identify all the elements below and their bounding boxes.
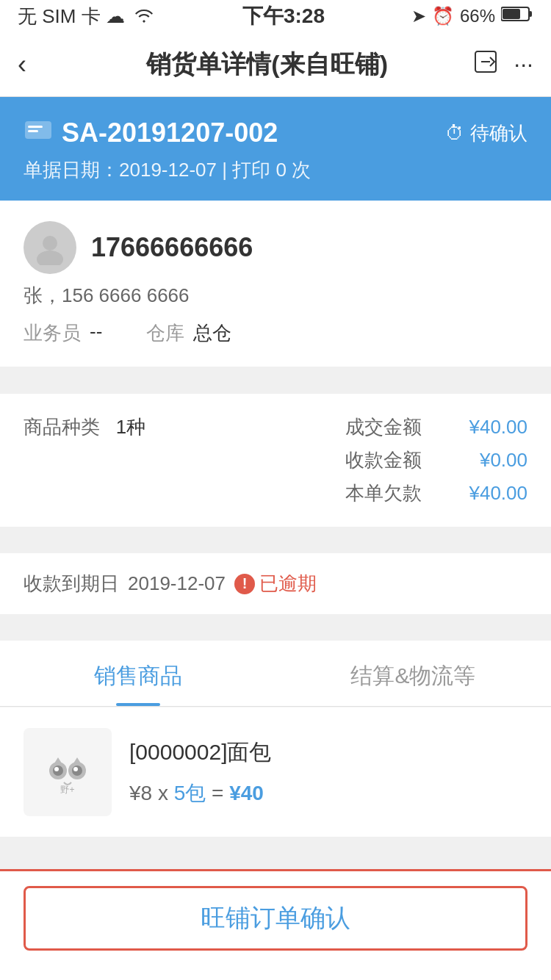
- product-info: [0000002]面包 ¥8 x 5包 = ¥40: [129, 738, 527, 807]
- svg-rect-5: [28, 126, 43, 128]
- received-label: 收款金额: [345, 447, 422, 473]
- status-left: 无 SIM 卡 ☁: [18, 4, 156, 29]
- nav-bar: ‹ 销货单详情(来自旺铺) ···: [0, 32, 551, 97]
- amounts-right: 成交金额 ¥40.00 收款金额 ¥0.00 本单欠款 ¥40.00: [345, 414, 527, 506]
- product-item: 野+ [0000002]面包 ¥8 x 5包 = ¥40: [0, 707, 551, 837]
- clock-icon: ⏱: [445, 122, 464, 145]
- location-icon: ➤: [411, 6, 426, 26]
- svg-point-13: [54, 767, 59, 771]
- share-button[interactable]: [472, 48, 499, 81]
- customer-name: 张，156 6666 6666: [24, 283, 527, 309]
- tab-sales-products[interactable]: 销售商品: [0, 641, 276, 706]
- order-id: SA-20191207-002: [24, 118, 278, 148]
- debt-value: ¥40.00: [439, 482, 527, 505]
- product-total: ¥40: [229, 782, 264, 804]
- due-date-value: 2019-12-07: [128, 572, 226, 595]
- more-button[interactable]: ···: [514, 51, 533, 78]
- product-name: [0000002]面包: [129, 738, 527, 768]
- price-base: ¥8 x: [129, 782, 168, 804]
- confirm-button-area: 旺铺订单确认: [0, 869, 551, 980]
- category-value: 1种: [116, 416, 145, 438]
- received-value: ¥0.00: [439, 449, 527, 472]
- svg-point-14: [73, 767, 78, 771]
- status-right: ➤ ⏰ 66%: [411, 6, 533, 26]
- order-date: 单据日期：2019-12-07 | 打印 0 次: [24, 157, 527, 183]
- no-sim-text: 无 SIM 卡 ☁: [18, 4, 125, 29]
- customer-phone: 17666666666: [91, 232, 253, 263]
- svg-rect-2: [503, 9, 520, 19]
- back-button[interactable]: ‹: [18, 49, 62, 80]
- avatar: [24, 221, 76, 274]
- alarm-icon: ⏰: [432, 6, 454, 26]
- battery-icon: [501, 6, 533, 26]
- warehouse-value: 总仓: [193, 320, 231, 346]
- status-bar: 无 SIM 卡 ☁ 下午3:28 ➤ ⏰ 66%: [0, 0, 551, 32]
- product-price: ¥8 x 5包 = ¥40: [129, 779, 527, 807]
- nav-actions: ···: [472, 48, 533, 81]
- overdue-text: 已逾期: [259, 571, 317, 597]
- overdue-badge: ! 已逾期: [234, 571, 317, 597]
- category-label: 商品种类: [24, 416, 100, 438]
- due-date-label: 收款到期日: [24, 571, 119, 597]
- transaction-value: ¥40.00: [439, 416, 527, 439]
- svg-point-8: [37, 251, 63, 265]
- salesperson-value: --: [90, 320, 102, 346]
- svg-rect-4: [25, 121, 51, 139]
- svg-rect-1: [529, 11, 532, 17]
- svg-point-7: [43, 236, 57, 251]
- svg-rect-6: [28, 130, 38, 132]
- order-header: SA-20191207-002 ⏱ 待确认 单据日期：2019-12-07 | …: [0, 97, 551, 201]
- page-title: 销货单详情(来自旺铺): [62, 48, 472, 82]
- tab-settlement[interactable]: 结算&物流等: [276, 641, 551, 706]
- customer-meta: 业务员 -- 仓库 总仓: [24, 320, 527, 346]
- order-icon: [24, 118, 53, 148]
- wifi-icon: [132, 5, 156, 28]
- order-status: ⏱ 待确认: [445, 120, 527, 146]
- transaction-label: 成交金额: [345, 414, 422, 440]
- confirm-button[interactable]: 旺铺订单确认: [24, 886, 527, 951]
- overdue-dot-icon: !: [234, 574, 255, 594]
- due-date-section: 收款到期日 2019-12-07 ! 已逾期: [0, 553, 551, 614]
- tabs-row: 销售商品 结算&物流等: [0, 641, 551, 707]
- amounts-section: 商品种类 1种 成交金额 ¥40.00 收款金额 ¥0.00 本单欠款 ¥40.…: [0, 394, 551, 527]
- battery-text: 66%: [460, 6, 495, 26]
- product-image: 野+: [24, 728, 112, 816]
- product-qty: 5包: [174, 782, 206, 804]
- amounts-left: 商品种类 1种: [24, 414, 145, 440]
- salesperson-label: 业务员: [24, 320, 81, 346]
- tabs-section: 销售商品 结算&物流等 野+ [0000002]面包 ¥8 x: [0, 641, 551, 837]
- equals-sign: =: [212, 782, 229, 804]
- svg-text:野+: 野+: [60, 785, 74, 794]
- status-time: 下午3:28: [242, 2, 325, 30]
- customer-section: 17666666666 张，156 6666 6666 业务员 -- 仓库 总仓: [0, 201, 551, 367]
- warehouse-label: 仓库: [146, 320, 184, 346]
- debt-label: 本单欠款: [345, 480, 422, 506]
